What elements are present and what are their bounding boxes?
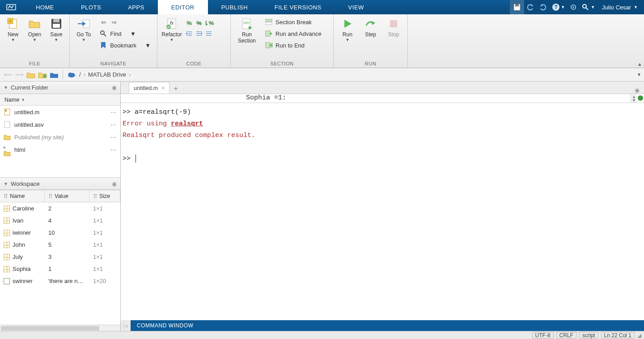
workspace-row[interactable]: July31×1 xyxy=(0,251,120,263)
current-folder-header[interactable]: ▼ Current Folder ◉ xyxy=(0,82,120,94)
eol-indicator[interactable]: CRLF xyxy=(556,332,576,339)
resize-grip-icon[interactable]: ◢ xyxy=(637,332,641,339)
percent-icon[interactable]: % xyxy=(185,19,193,27)
svg-line-11 xyxy=(586,8,588,10)
mode-indicator[interactable]: script xyxy=(579,332,598,339)
tab-plots[interactable]: PLOTS xyxy=(68,0,114,14)
outdent-icon[interactable] xyxy=(195,30,203,38)
redo-icon[interactable] xyxy=(537,0,549,14)
nav-back-fwd[interactable]: ⇦⇨ xyxy=(97,17,153,27)
save-disk-icon xyxy=(49,17,64,30)
workspace-row[interactable]: Sophia11×1 xyxy=(0,263,120,275)
folder-up-icon[interactable] xyxy=(26,70,36,80)
workspace-row[interactable]: Caroline21×1 xyxy=(0,202,120,215)
run-button[interactable]: Run▼ xyxy=(337,16,358,42)
run-advance-button[interactable]: Run and Advance xyxy=(262,29,324,39)
error-prefix: Error using xyxy=(123,120,171,128)
step-icon xyxy=(364,17,378,30)
file-more-icon[interactable]: ⋯ xyxy=(110,109,117,116)
add-tab-button[interactable]: + xyxy=(170,84,181,94)
ribbon: New▼ Open▼ Save▼ FILE Go To▼ ⇦⇨ Find ▼ B… xyxy=(0,14,644,68)
find-button[interactable]: Find ▼ xyxy=(97,29,153,39)
workspace-row[interactable]: swinner'there are n…1×20 xyxy=(0,275,120,287)
run-section-button[interactable]: Run Section xyxy=(234,16,259,44)
help-icon[interactable]: ?▼ xyxy=(549,0,568,14)
indent-icon[interactable] xyxy=(185,30,193,38)
format-icon[interactable] xyxy=(205,30,213,38)
tab-apps[interactable]: APPS xyxy=(114,0,158,14)
command-window[interactable]: >> a=realsqrt(-9) Error using realsqrt R… xyxy=(121,103,644,320)
editor-options-icon[interactable]: ◉ xyxy=(635,87,640,94)
var-size: 1×1 xyxy=(89,266,120,272)
section-break-label: Section Break xyxy=(275,19,312,26)
tab-view[interactable]: VIEW xyxy=(335,0,377,14)
arrow-left-icon: ⇦ xyxy=(99,18,107,26)
svg-line-22 xyxy=(104,34,106,36)
col-size[interactable]: ⠿Size xyxy=(89,190,120,202)
file-row[interactable]: Published (my site)⋯ xyxy=(0,131,120,143)
error-link[interactable]: realsqrt xyxy=(171,120,203,128)
cloud-icon[interactable] xyxy=(67,70,76,80)
path-dropdown-icon[interactable]: ▼ xyxy=(637,72,641,77)
workspace-row[interactable]: iwinner101×1 xyxy=(0,227,120,239)
search-icon[interactable]: ▼ xyxy=(579,0,597,14)
target-icon[interactable] xyxy=(568,0,579,14)
bookmark-button[interactable]: Bookmark ▼ xyxy=(97,40,153,50)
editor-view[interactable]: Sophia =1: ▲▼ xyxy=(121,94,644,103)
save-icon[interactable] xyxy=(510,0,524,14)
h-scrollbar[interactable] xyxy=(0,325,120,331)
cloud-folder-icon[interactable] xyxy=(49,70,59,80)
breadcrumb-root[interactable]: / xyxy=(79,71,81,78)
step-button[interactable]: Step xyxy=(360,16,381,38)
numeric-var-icon xyxy=(4,242,10,248)
percent-strike-icon[interactable]: % xyxy=(195,19,203,27)
tab-file-versions[interactable]: FILE VERSIONS xyxy=(261,0,335,14)
file-more-icon[interactable]: ⋯ xyxy=(110,121,117,128)
new-button[interactable]: New▼ xyxy=(4,16,22,42)
svg-point-9 xyxy=(573,7,574,8)
col-name[interactable]: ⠿Name xyxy=(0,190,45,202)
file-more-icon[interactable]: ⋯ xyxy=(110,146,117,153)
workspace-row[interactable]: Ivan41×1 xyxy=(0,215,120,227)
file-tab[interactable]: untitled.m× xyxy=(129,82,169,94)
file-row[interactable]: untitled.asv⋯ xyxy=(0,118,120,131)
file-more-icon[interactable]: ⋯ xyxy=(110,134,117,141)
tab-editor[interactable]: EDITOR xyxy=(158,0,208,14)
user-menu[interactable]: Julio Cesar▼ xyxy=(597,4,644,11)
col-value-label: Value xyxy=(55,193,68,199)
col-value[interactable]: ⠿Value xyxy=(45,190,89,202)
file-row[interactable]: ▸html⋯ xyxy=(0,143,120,156)
cursor-position[interactable]: Ln 22 Col 1 xyxy=(601,332,635,339)
run-to-end-button[interactable]: Run to End xyxy=(262,40,324,50)
scroll-buttons-icon[interactable]: ▲▼ xyxy=(632,95,636,102)
panel-options-icon[interactable]: ◉ xyxy=(112,84,117,91)
var-name: iwinner xyxy=(13,229,31,236)
svg-rect-54 xyxy=(4,109,10,115)
goto-button[interactable]: Go To▼ xyxy=(73,16,94,42)
save-button[interactable]: Save▼ xyxy=(47,16,66,42)
refactor-button[interactable]: fx Refactor▼ xyxy=(161,16,182,42)
close-tab-icon[interactable]: × xyxy=(161,85,165,91)
folder-refresh-icon[interactable] xyxy=(38,70,47,80)
section-break-button[interactable]: Section Break xyxy=(262,17,324,27)
nav-fwd-icon[interactable]: ⟹ xyxy=(14,70,24,80)
file-name-column[interactable]: Name ▼ xyxy=(0,94,120,106)
stop-button[interactable]: Stop xyxy=(383,16,404,38)
goto-start-icon[interactable]: |◂ xyxy=(121,320,131,331)
encoding-indicator[interactable]: UTF-8 xyxy=(532,332,554,339)
tab-home[interactable]: HOME xyxy=(22,0,68,14)
tab-publish[interactable]: PUBLISH xyxy=(208,0,261,14)
workspace-header[interactable]: ▼ Workspace ◉ xyxy=(0,177,120,190)
breadcrumb-drive[interactable]: MATLAB Drive xyxy=(88,71,126,78)
undo-icon[interactable] xyxy=(524,0,537,14)
workspace-row[interactable]: John51×1 xyxy=(0,239,120,251)
collapse-ribbon-icon[interactable]: ▲ xyxy=(637,61,642,67)
command-window-label[interactable]: COMMAND WINDOW xyxy=(131,322,199,329)
nav-back-icon[interactable]: ⟸ xyxy=(3,70,13,80)
file-name: html xyxy=(14,146,25,153)
var-size: 1×1 xyxy=(89,217,120,224)
open-button[interactable]: Open▼ xyxy=(25,16,44,42)
file-row[interactable]: untitled.m⋯ xyxy=(0,106,120,118)
panel-options-icon[interactable]: ◉ xyxy=(112,180,117,187)
percent-wrap-icon[interactable]: ⤹% xyxy=(205,19,213,27)
